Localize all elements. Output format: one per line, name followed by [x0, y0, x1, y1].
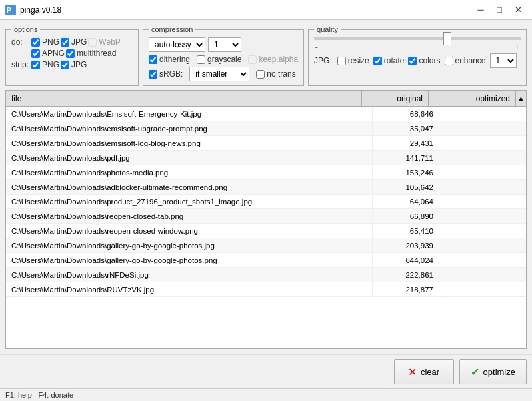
table-row[interactable]: C:\Users\Martin\Downloads\reopen-closed-… — [6, 209, 526, 224]
close-button[interactable]: ✕ — [509, 3, 527, 17]
png-checkbox[interactable] — [31, 38, 40, 47]
keep-alpha-checkbox[interactable] — [248, 55, 257, 64]
rotate-checkbox[interactable] — [373, 57, 382, 65]
file-original-size: 153,246 — [373, 165, 439, 179]
file-optimized-size — [439, 209, 526, 223]
sort-button[interactable]: ▲ — [515, 91, 526, 106]
file-optimized-size — [439, 268, 526, 282]
no-trans-checkbox[interactable] — [256, 70, 265, 79]
quality-max: + — [515, 43, 519, 51]
main-content: options do: PNG JPG WebP — [0, 20, 532, 354]
table-row[interactable]: C:\Users\Martin\Downloads\emsisoft-upgra… — [6, 121, 526, 136]
resize-label[interactable]: resize — [337, 56, 369, 65]
dithering-checkbox[interactable] — [149, 55, 157, 64]
clear-button[interactable]: ✕ clear — [394, 359, 454, 384]
compression-level-select[interactable]: 1 2 3 4 5 — [208, 37, 241, 52]
file-original-size: 65,410 — [373, 224, 439, 238]
minimize-button[interactable]: ─ — [472, 3, 489, 17]
colors-checkbox[interactable] — [408, 57, 417, 65]
title-bar-controls: ─ □ ✕ — [472, 3, 527, 17]
options-inner: do: PNG JPG WebP — [11, 36, 133, 69]
enhance-checkbox[interactable] — [445, 57, 453, 65]
quality-number-select[interactable]: 1 2 3 4 — [490, 53, 517, 68]
file-path: C:\Users\Martin\Downloads\pdf.jpg — [6, 151, 373, 165]
file-original-size: 64,064 — [373, 195, 439, 208]
compression-mode-select[interactable]: auto-lossy auto lossless lossy — [149, 37, 205, 52]
file-original-size: 68,646 — [373, 107, 439, 121]
optimize-button[interactable]: ✔ optimize — [459, 359, 527, 384]
apng-checkbox-label[interactable]: APNG — [31, 49, 65, 58]
window-title: pinga v0.18 — [20, 5, 61, 15]
grayscale-label[interactable]: grayscale — [197, 55, 241, 64]
file-path: C:\Users\Martin\Downloads\rNFDeSi.jpg — [6, 268, 373, 282]
compression-row1: auto-lossy auto lossless lossy 1 2 3 4 5 — [149, 37, 298, 52]
file-list-body[interactable]: C:\Users\Martin\Downloads\Emsisoft-Emerg… — [6, 107, 526, 348]
no-trans-label[interactable]: no trans — [256, 69, 295, 79]
title-bar: P pinga v0.18 ─ □ ✕ — [0, 0, 532, 20]
file-list-container: file original optimized ▲ C:\Users\Marti… — [5, 90, 527, 349]
file-optimized-size — [439, 224, 526, 238]
svg-text:P: P — [7, 7, 11, 14]
table-row[interactable]: C:\Users\Martin\Downloads\gallery-go-by-… — [6, 238, 526, 253]
quality-slider[interactable] — [314, 37, 521, 40]
webp-checkbox-label[interactable]: WebP — [88, 37, 120, 47]
multithread-checkbox-label[interactable]: multithread — [66, 49, 116, 58]
title-bar-left: P pinga v0.18 — [5, 5, 61, 15]
table-row[interactable]: C:\Users\Martin\Downloads\emsisoft-log-b… — [6, 136, 526, 151]
table-row[interactable]: C:\Users\Martin\Downloads\photos-media.p… — [6, 165, 526, 180]
table-row[interactable]: C:\Users\Martin\Downloads\gallery-go-by-… — [6, 253, 526, 268]
file-path: C:\Users\Martin\Downloads\product_27196_… — [6, 195, 373, 208]
file-original-size: 29,431 — [373, 136, 439, 150]
apng-checkbox[interactable] — [31, 49, 40, 58]
srgb-select[interactable]: if smaller always never — [189, 67, 249, 81]
colors-label[interactable]: colors — [408, 56, 440, 65]
quality-inner: - + JPG: resize rotate colors — [314, 36, 521, 68]
quality-minmax: - + — [314, 43, 521, 51]
rotate-label[interactable]: rotate — [373, 56, 405, 65]
file-original-size: 35,047 — [373, 121, 439, 135]
file-optimized-size — [439, 253, 526, 267]
compression-group: compression auto-lossy auto lossless los… — [143, 25, 304, 86]
strip-png-label[interactable]: PNG — [31, 60, 59, 69]
table-row[interactable]: C:\Users\Martin\Downloads\product_27196_… — [6, 195, 526, 209]
file-original-size: 66,890 — [373, 209, 439, 223]
col-file-header: file — [6, 91, 362, 106]
file-path: C:\Users\Martin\Downloads\reopen-closed-… — [6, 209, 373, 223]
keep-alpha-label[interactable]: keep.alpha — [248, 55, 298, 64]
file-path: C:\Users\Martin\Downloads\adblocker-ulti… — [6, 180, 373, 194]
jpg-checkbox[interactable] — [61, 38, 69, 47]
table-row[interactable]: C:\Users\Martin\Downloads\Emsisoft-Emerg… — [6, 107, 526, 121]
strip-png-checkbox[interactable] — [31, 61, 40, 69]
table-row[interactable]: C:\Users\Martin\Downloads\RUVTzVK.jpg218… — [6, 282, 526, 297]
enhance-label[interactable]: enhance — [445, 56, 486, 65]
srgb-checkbox[interactable] — [149, 70, 157, 79]
srgb-label[interactable]: sRGB: — [149, 69, 183, 79]
app-icon: P — [5, 5, 16, 15]
resize-checkbox[interactable] — [337, 57, 346, 65]
file-path: C:\Users\Martin\Downloads\RUVTzVK.jpg — [6, 282, 373, 296]
file-path: C:\Users\Martin\Downloads\emsisoft-log-b… — [6, 136, 373, 150]
file-list-header: file original optimized ▲ — [6, 91, 526, 107]
jpg-row-label: JPG: — [314, 56, 332, 65]
clear-icon: ✕ — [408, 366, 417, 378]
compression-checks: dithering grayscale keep.alpha — [149, 55, 298, 64]
png-checkbox-label[interactable]: PNG — [31, 37, 59, 47]
compression-inner: auto-lossy auto lossless lossy 1 2 3 4 5 — [149, 36, 298, 81]
webp-checkbox[interactable] — [88, 38, 97, 47]
table-row[interactable]: C:\Users\Martin\Downloads\reopen-closed-… — [6, 224, 526, 238]
strip-jpg-checkbox[interactable] — [61, 61, 69, 69]
table-row[interactable]: C:\Users\Martin\Downloads\pdf.jpg141,711 — [6, 151, 526, 165]
quality-min: - — [315, 43, 318, 51]
file-path: C:\Users\Martin\Downloads\photos-media.p… — [6, 165, 373, 179]
maximize-button[interactable]: □ — [491, 3, 508, 17]
strip-jpg-label[interactable]: JPG — [61, 60, 87, 69]
table-row[interactable]: C:\Users\Martin\Downloads\adblocker-ulti… — [6, 180, 526, 195]
table-row[interactable]: C:\Users\Martin\Downloads\rNFDeSi.jpg222… — [6, 268, 526, 282]
file-path: C:\Users\Martin\Downloads\gallery-go-by-… — [6, 238, 373, 252]
multithread-checkbox[interactable] — [66, 49, 75, 58]
quality-group: quality - + JPG: resize — [308, 25, 527, 86]
status-text: F1: help - F4: donate — [5, 391, 73, 399]
dithering-label[interactable]: dithering — [149, 55, 190, 64]
jpg-checkbox-label[interactable]: JPG — [61, 37, 87, 47]
grayscale-checkbox[interactable] — [197, 55, 205, 64]
